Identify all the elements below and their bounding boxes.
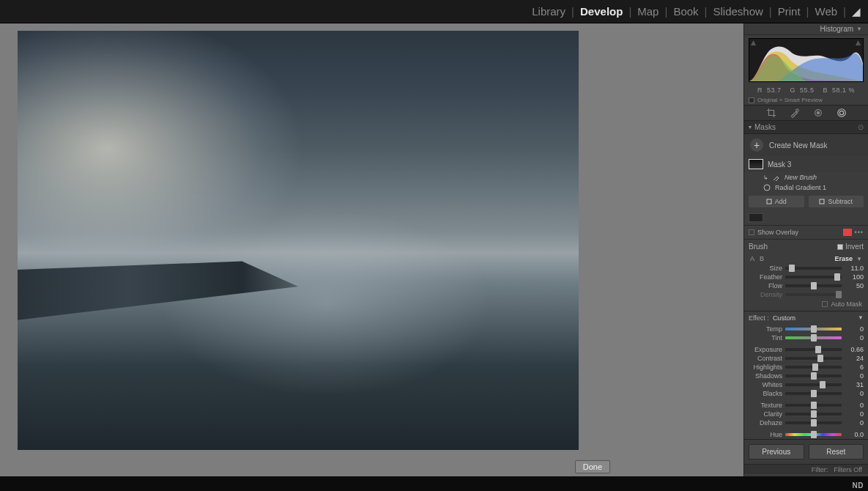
smart-preview-row[interactable]: Original + Smart Preview bbox=[744, 95, 868, 105]
slider-knob[interactable] bbox=[836, 291, 842, 298]
slider-track[interactable] bbox=[785, 404, 842, 407]
slider-knob[interactable] bbox=[834, 273, 840, 281]
slider-flow[interactable]: Flow50 bbox=[744, 281, 868, 290]
slider-track[interactable] bbox=[785, 366, 842, 369]
module-tab-slideshow[interactable]: Slideshow bbox=[710, 5, 765, 18]
brush-erase-button[interactable]: Erase bbox=[835, 255, 853, 262]
slider-knob[interactable] bbox=[811, 334, 817, 342]
slider-knob[interactable] bbox=[812, 363, 818, 371]
slider-knob[interactable] bbox=[811, 282, 817, 289]
show-overlay-checkbox[interactable] bbox=[749, 229, 754, 235]
automask-checkbox[interactable] bbox=[822, 301, 828, 307]
slider-track[interactable] bbox=[785, 328, 842, 331]
smart-preview-checkbox[interactable] bbox=[749, 97, 754, 103]
previous-button[interactable]: Previous bbox=[749, 444, 804, 459]
module-tab-develop[interactable]: Develop bbox=[577, 5, 626, 18]
photo-canvas[interactable] bbox=[18, 31, 579, 450]
filter-label: Filter: bbox=[812, 466, 828, 473]
filters-off-label[interactable]: Filters Off bbox=[834, 466, 862, 473]
slider-density[interactable]: Density bbox=[744, 290, 868, 299]
slider-temp[interactable]: Temp0 bbox=[744, 325, 868, 333]
slider-knob[interactable] bbox=[811, 402, 817, 409]
slider-track[interactable] bbox=[785, 348, 842, 351]
mask-add-button[interactable]: Add bbox=[749, 196, 804, 207]
mask-component-radial[interactable]: Radial Gradient 1 bbox=[744, 182, 868, 193]
module-tab-book[interactable]: Book bbox=[670, 5, 701, 18]
slider-track[interactable] bbox=[785, 383, 842, 386]
module-tab-print[interactable]: Print bbox=[775, 5, 804, 18]
slider-highlights[interactable]: Highlights6 bbox=[744, 363, 868, 372]
slider-label: Density bbox=[749, 291, 782, 298]
histogram[interactable] bbox=[749, 38, 864, 82]
brush-icon bbox=[773, 174, 780, 181]
slider-knob[interactable] bbox=[811, 325, 817, 333]
mask-subtract-button[interactable]: Subtract bbox=[809, 196, 864, 207]
create-mask-row[interactable]: + Create New Mask bbox=[744, 134, 868, 156]
heal-tool-icon[interactable] bbox=[790, 108, 800, 118]
slider-exposure[interactable]: Exposure0.66 bbox=[744, 345, 868, 354]
slider-knob[interactable] bbox=[815, 346, 821, 353]
effect-preset[interactable]: Custom bbox=[773, 314, 795, 322]
plus-icon[interactable]: + bbox=[750, 139, 763, 152]
invert-toggle[interactable]: Invert bbox=[837, 243, 864, 251]
slider-blacks[interactable]: Blacks0 bbox=[744, 389, 868, 398]
slider-track[interactable] bbox=[785, 293, 842, 296]
slider-track[interactable] bbox=[785, 413, 842, 416]
slider-track[interactable] bbox=[785, 433, 842, 436]
histogram-header[interactable]: Histogram▼ bbox=[744, 23, 868, 35]
slider-knob[interactable] bbox=[820, 381, 826, 388]
slider-texture[interactable]: Texture0 bbox=[744, 401, 868, 410]
module-tab-web[interactable]: Web bbox=[812, 5, 841, 18]
slider-track[interactable] bbox=[785, 357, 842, 360]
slider-shadows[interactable]: Shadows0 bbox=[744, 372, 868, 380]
slider-label: Exposure bbox=[749, 346, 782, 353]
slider-value: 0 bbox=[845, 390, 864, 397]
slider-contrast[interactable]: Contrast24 bbox=[744, 354, 868, 363]
mask-component-brush[interactable]: ↳ New Brush bbox=[744, 172, 868, 182]
mask-item-active[interactable]: Mask 3 bbox=[744, 156, 868, 172]
slider-feather[interactable]: Feather100 bbox=[744, 273, 868, 281]
module-tab-library[interactable]: Library bbox=[529, 5, 568, 18]
disclosure-triangle-icon[interactable]: ▼ bbox=[856, 256, 862, 262]
slider-hue[interactable]: Hue0.0 bbox=[744, 430, 868, 439]
slider-knob[interactable] bbox=[811, 390, 817, 397]
slider-track[interactable] bbox=[785, 392, 842, 395]
masks-panel-header[interactable]: ▾Masks ⊙ bbox=[744, 121, 868, 134]
slider-knob[interactable] bbox=[811, 419, 817, 427]
module-tab-map[interactable]: Map bbox=[634, 5, 661, 18]
slider-clarity[interactable]: Clarity0 bbox=[744, 410, 868, 418]
slider-track[interactable] bbox=[785, 276, 842, 278]
done-button[interactable]: Done bbox=[575, 460, 610, 473]
disclosure-triangle-icon[interactable]: ▼ bbox=[858, 314, 864, 322]
slider-track[interactable] bbox=[785, 284, 842, 287]
brush-a-button[interactable]: A bbox=[750, 255, 754, 262]
slider-knob[interactable] bbox=[817, 355, 823, 362]
slider-track[interactable] bbox=[785, 421, 842, 424]
redeye-tool-icon[interactable] bbox=[813, 108, 823, 118]
panel-collapse-icon[interactable]: ◢ bbox=[849, 5, 864, 18]
smart-preview-label: Original + Smart Preview bbox=[757, 97, 823, 103]
invert-checkbox[interactable] bbox=[837, 244, 843, 250]
slider-dehaze[interactable]: Dehaze0 bbox=[744, 418, 868, 427]
crop-tool-icon[interactable] bbox=[766, 108, 776, 118]
slider-whites[interactable]: Whites31 bbox=[744, 380, 868, 389]
slider-knob[interactable] bbox=[811, 410, 817, 418]
overlay-color-swatch[interactable] bbox=[843, 229, 852, 236]
overlay-options-icon[interactable]: ••• bbox=[855, 229, 864, 236]
brush-b-button[interactable]: B bbox=[760, 255, 764, 262]
slider-track[interactable] bbox=[785, 267, 842, 270]
slider-tint[interactable]: Tint0 bbox=[744, 333, 868, 342]
slider-knob[interactable] bbox=[811, 372, 817, 380]
slider-knob[interactable] bbox=[811, 431, 817, 438]
slider-track[interactable] bbox=[785, 336, 842, 339]
reset-button[interactable]: Reset bbox=[809, 444, 864, 459]
histogram-rgb-readout: R 53.7 G 55.5 B 58.1 % bbox=[744, 85, 868, 95]
slider-track[interactable] bbox=[785, 374, 842, 377]
masking-tool-icon[interactable] bbox=[837, 108, 847, 118]
slider-size[interactable]: Size11.0 bbox=[744, 264, 868, 273]
slider-knob[interactable] bbox=[789, 265, 795, 272]
masks-options-icon[interactable]: ⊙ bbox=[858, 123, 864, 131]
automask-row[interactable]: Auto Mask bbox=[744, 299, 868, 311]
mask-item-2[interactable] bbox=[744, 210, 868, 225]
mask-thumb-icon bbox=[749, 213, 763, 222]
